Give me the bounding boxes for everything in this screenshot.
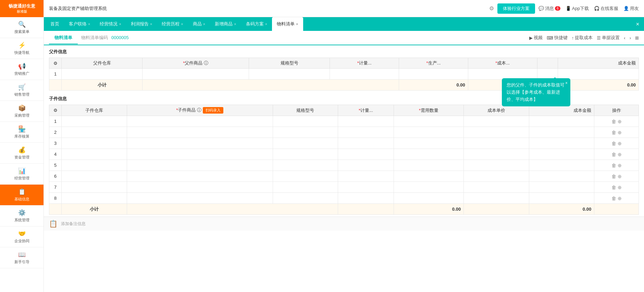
tab-goods-close[interactable]: × [203,22,205,26]
child-th-gear[interactable]: ⚙ [49,105,62,116]
copy-btn[interactable]: ⊕ [618,185,622,190]
child-row-warehouse[interactable] [62,138,127,149]
delete-btn[interactable]: 🗑 [611,119,616,124]
child-row-goods[interactable] [127,193,273,204]
delete-btn[interactable]: 🗑 [611,152,616,157]
sidebar-item-quick-nav[interactable]: ⚡ 快捷导航 [0,38,44,59]
child-row-unit[interactable] [338,193,394,204]
parent-row-1-unit[interactable] [330,69,399,80]
extract-cost-btn[interactable]: ↑ 提取成本 [572,35,593,41]
tab-new-goods-close[interactable]: × [234,22,236,26]
child-row-spec[interactable] [273,116,338,127]
single-settings-btn[interactable]: ☰ 单据设置 [597,35,620,41]
parent-row-1-produce[interactable] [399,69,468,80]
child-row-unit-cost[interactable] [464,138,529,149]
nav-next-btn[interactable]: › [630,35,631,40]
parent-row-1-goods[interactable] [143,69,249,80]
tab-history[interactable]: 经营历程 × [157,17,188,31]
child-row-warehouse[interactable] [62,182,127,193]
tab-operations-close[interactable]: × [119,22,121,26]
child-row-warehouse[interactable] [62,116,127,127]
copy-btn[interactable]: ⊕ [618,174,622,179]
video-btn[interactable]: ▶ 视频 [529,35,543,41]
sidebar-item-inventory[interactable]: 🏪 库存核算 [0,122,44,143]
tab-bom[interactable]: 物料清单 × [272,17,303,31]
tab-history-close[interactable]: × [181,22,183,26]
scan-btn[interactable]: 扫码录入 [203,107,223,114]
tab-profit[interactable]: 利润报告 × [126,17,157,31]
expand-btn[interactable]: ⊞ [635,35,639,40]
online-service-action[interactable]: 🎧 在线客服 [594,5,618,12]
shortcut-btn[interactable]: ⌨ 快捷键 [547,35,568,41]
child-row-warehouse[interactable] [62,193,127,204]
child-row-unit[interactable] [338,182,394,193]
tooltip-close-btn[interactable]: × [565,80,568,86]
sidebar-item-search[interactable]: 🔍 搜索菜单 [0,17,44,38]
child-row-goods[interactable] [127,127,273,138]
child-row-unit-cost[interactable] [464,149,529,160]
sidebar-item-guide[interactable]: 📖 新手引导 [0,247,44,268]
child-row-unit-cost[interactable] [464,171,529,182]
tab-bom-close[interactable]: × [296,22,298,26]
tab-customer[interactable]: 客户联络 × [64,17,95,31]
sidebar-item-finance[interactable]: 💰 资金管理 [0,143,44,164]
tab-home[interactable]: 首页 [46,17,64,31]
tab-new-goods[interactable]: 新增商品 × [210,17,241,31]
child-row-spec[interactable] [273,160,338,171]
message-action[interactable]: 💬 消息 6 [538,5,560,12]
child-row-unit-cost[interactable] [464,116,529,127]
parent-row-1-cost[interactable] [468,69,537,80]
delete-btn[interactable]: 🗑 [611,174,616,179]
child-row-quantity[interactable] [394,127,463,138]
note-icon[interactable]: 📋 [49,220,58,228]
child-row-warehouse[interactable] [62,160,127,171]
settings-icon[interactable]: ⚙ [489,5,494,12]
child-row-unit-cost[interactable] [464,182,529,193]
delete-btn[interactable]: 🗑 [611,141,616,146]
child-row-spec[interactable] [273,193,338,204]
child-row-quantity[interactable] [394,138,463,149]
delete-btn[interactable]: 🗑 [611,163,616,168]
child-row-quantity[interactable] [394,171,463,182]
tab-operations[interactable]: 经营情况 × [95,17,126,31]
copy-btn[interactable]: ⊕ [618,119,622,124]
child-row-warehouse[interactable] [62,149,127,160]
nav-prev-btn[interactable]: ‹ [624,35,625,40]
sidebar-item-operations[interactable]: 📊 经营管理 [0,164,44,185]
subtab-bom[interactable]: 物料清单 [49,32,78,44]
child-row-quantity[interactable] [394,149,463,160]
copy-btn[interactable]: ⊕ [618,196,622,201]
sidebar-item-marketing[interactable]: 📢 营销推广 [0,59,44,80]
child-row-unit[interactable] [338,149,394,160]
sidebar-item-enterprise[interactable]: 🤝 企业协同 [0,226,44,247]
child-row-spec[interactable] [273,182,338,193]
delete-btn[interactable]: 🗑 [611,185,616,190]
copy-btn[interactable]: ⊕ [618,130,622,135]
tab-goods[interactable]: 商品 × [188,17,210,31]
child-row-unit[interactable] [338,160,394,171]
child-row-unit[interactable] [338,138,394,149]
child-row-quantity[interactable] [394,116,463,127]
child-row-warehouse[interactable] [62,171,127,182]
copy-btn[interactable]: ⊕ [618,163,622,168]
child-row-quantity[interactable] [394,193,463,204]
child-row-spec[interactable] [273,171,338,182]
child-row-unit[interactable] [338,116,394,127]
delete-btn[interactable]: 🗑 [611,196,616,201]
sidebar-item-purchase[interactable]: 📦 采购管理 [0,101,44,122]
tab-customer-close[interactable]: × [88,22,90,26]
user-action[interactable]: 👤 用友 [623,5,639,12]
trial-btn[interactable]: 体验行业方案 [497,3,535,14]
sidebar-item-system[interactable]: ⚙️ 系统管理 [0,206,44,226]
child-row-spec[interactable] [273,127,338,138]
child-row-unit[interactable] [338,171,394,182]
child-row-unit-cost[interactable] [464,127,529,138]
child-row-goods[interactable] [127,138,273,149]
close-all-btn[interactable]: ✕ [633,22,642,27]
child-row-goods[interactable] [127,182,273,193]
child-row-goods[interactable] [127,149,273,160]
parent-row-1-spec[interactable] [249,69,330,80]
parent-row-1-warehouse[interactable] [62,69,143,80]
child-row-spec[interactable] [273,138,338,149]
child-row-goods[interactable] [127,116,273,127]
